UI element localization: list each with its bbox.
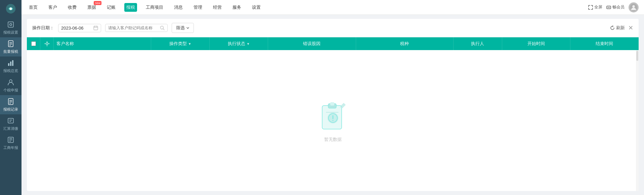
filter-label: 筛选: [176, 25, 185, 31]
refresh-button[interactable]: 刷新: [610, 25, 625, 31]
col-exec-status[interactable]: 执行状态 ▼: [210, 37, 268, 50]
sidebar-item-tax-overview-label: 报税总览: [3, 69, 18, 73]
sidebar-item-annual-report-label: 工商年报: [3, 146, 18, 150]
tax-records-icon: [7, 98, 14, 106]
sidebar-item-personal-tax-label: 个税申报: [3, 88, 18, 92]
chevron-down-icon: [186, 26, 189, 30]
svg-rect-12: [8, 99, 13, 105]
sidebar-item-tax-overview[interactable]: 报税总览: [0, 56, 22, 76]
sidebar-item-tax-records[interactable]: 报税记录: [0, 95, 22, 114]
col-settings[interactable]: [40, 37, 54, 50]
col-client-name: 客户名称: [54, 37, 151, 50]
exec-status-sort-icon: ▼: [247, 42, 250, 46]
nav-tax[interactable]: 报税: [124, 3, 137, 12]
nav-message[interactable]: 消息: [172, 3, 185, 12]
toolbar: 操作日期：: [27, 19, 639, 37]
content-card: 操作日期：: [27, 19, 639, 191]
nav-invoice[interactable]: 票据 new: [85, 3, 98, 12]
member-icon: [606, 5, 611, 10]
new-badge: new: [94, 1, 101, 5]
op-type-sort-icon: ▼: [188, 42, 191, 46]
annual-report-icon: [7, 136, 14, 145]
calendar-icon: [93, 26, 98, 30]
search-icon: [160, 26, 165, 30]
empty-text: 暂无数据: [324, 136, 342, 143]
nav-operation[interactable]: 经营: [211, 3, 224, 12]
nav-admin[interactable]: 管理: [191, 3, 204, 12]
nav-service[interactable]: 服务: [230, 3, 243, 12]
member-btn[interactable]: 畅会员: [606, 4, 625, 10]
col-start-time: 开始时间: [502, 37, 570, 50]
nav-client[interactable]: 客户: [46, 3, 59, 12]
app-logo: [5, 3, 17, 15]
main-area: 首页 客户 收费 票据 new 记账 报税 工商项目 消息 管理 经营 服务 设…: [22, 0, 644, 195]
nav-accounts[interactable]: 记账: [105, 3, 118, 12]
svg-point-22: [632, 5, 635, 7]
svg-rect-4: [8, 41, 13, 47]
nav-items: 首页 客户 收费 票据 new 记账 报税 工商项目 消息 管理 经营 服务 设…: [27, 3, 263, 12]
nav-billing[interactable]: 收费: [66, 3, 79, 12]
personal-tax-icon: [7, 79, 14, 87]
svg-rect-23: [94, 26, 98, 30]
date-label: 操作日期：: [32, 25, 54, 31]
settings-icon: [44, 41, 50, 46]
svg-rect-9: [10, 62, 11, 66]
svg-rect-10: [12, 60, 13, 66]
sidebar-item-tax-records-label: 报税记录: [3, 107, 18, 112]
fullscreen-btn[interactable]: 全屏: [588, 4, 602, 10]
filter-button[interactable]: 筛选: [172, 23, 194, 33]
settlement-icon: [7, 117, 14, 125]
sidebar-item-annual-report[interactable]: 工商年报: [0, 133, 22, 153]
sidebar-item-settlement-label: 汇算清缴: [3, 126, 18, 131]
sidebar-item-settlement[interactable]: 汇算清缴: [0, 114, 22, 133]
avatar[interactable]: [629, 2, 639, 12]
search-input[interactable]: [108, 26, 159, 30]
sidebar-item-batch-tax-label: 批量报税: [3, 49, 18, 54]
date-input[interactable]: [61, 26, 91, 31]
top-nav: 首页 客户 收费 票据 new 记账 报税 工商项目 消息 管理 经营 服务 设…: [22, 0, 644, 15]
svg-rect-30: [330, 102, 334, 106]
svg-point-3: [10, 24, 12, 26]
scroll-thumb[interactable]: [636, 51, 638, 61]
nav-settings[interactable]: 设置: [250, 3, 263, 12]
col-end-time: 结束时间: [570, 37, 639, 50]
tax-overview-icon: [7, 59, 14, 68]
empty-illustration: [316, 99, 350, 132]
fullscreen-label: 全屏: [594, 4, 602, 10]
avatar-icon: [630, 4, 637, 11]
svg-rect-2: [8, 22, 13, 27]
sidebar: 报税设置 批量报税 报税总览: [0, 0, 22, 195]
col-executor: 执行人: [454, 37, 502, 50]
select-all-checkbox[interactable]: [31, 41, 36, 46]
sidebar-item-batch-tax[interactable]: 批量报税: [0, 37, 22, 56]
tax-settings-icon: [7, 21, 14, 29]
col-op-type[interactable]: 操作类型 ▼: [151, 37, 210, 50]
sidebar-item-tax-settings-label: 报税设置: [3, 30, 18, 35]
scrollbar[interactable]: [636, 50, 639, 191]
nav-business[interactable]: 工商项目: [144, 3, 165, 12]
svg-point-27: [46, 43, 48, 45]
member-label: 畅会员: [612, 4, 625, 10]
col-checkbox[interactable]: [27, 37, 40, 50]
batch-tax-icon: [7, 40, 14, 48]
fullscreen-icon: [588, 5, 593, 10]
svg-point-34: [332, 120, 333, 121]
svg-point-1: [9, 7, 12, 10]
refresh-label: 刷新: [616, 25, 625, 31]
close-button[interactable]: ✕: [628, 25, 633, 31]
content-area: 操作日期：: [22, 15, 644, 195]
table-header: 客户名称 操作类型 ▼ 执行状态 ▼ 错误股因 税种 执行人: [27, 37, 639, 50]
sidebar-item-personal-tax[interactable]: 个税申报: [0, 76, 22, 95]
topnav-right: 全屏 畅会员: [588, 2, 639, 12]
refresh-icon: [610, 26, 615, 30]
empty-state: 暂无数据: [27, 50, 639, 191]
col-tax-type: 税种: [356, 37, 454, 50]
col-error-reason: 错误股因: [268, 37, 356, 50]
search-wrap[interactable]: [105, 24, 168, 32]
nav-home[interactable]: 首页: [27, 3, 40, 12]
toolbar-right: 刷新 ✕: [610, 25, 633, 31]
sidebar-item-tax-settings[interactable]: 报税设置: [0, 18, 22, 37]
svg-rect-8: [8, 63, 9, 66]
date-input-wrap[interactable]: [58, 24, 101, 32]
svg-rect-16: [8, 118, 13, 123]
